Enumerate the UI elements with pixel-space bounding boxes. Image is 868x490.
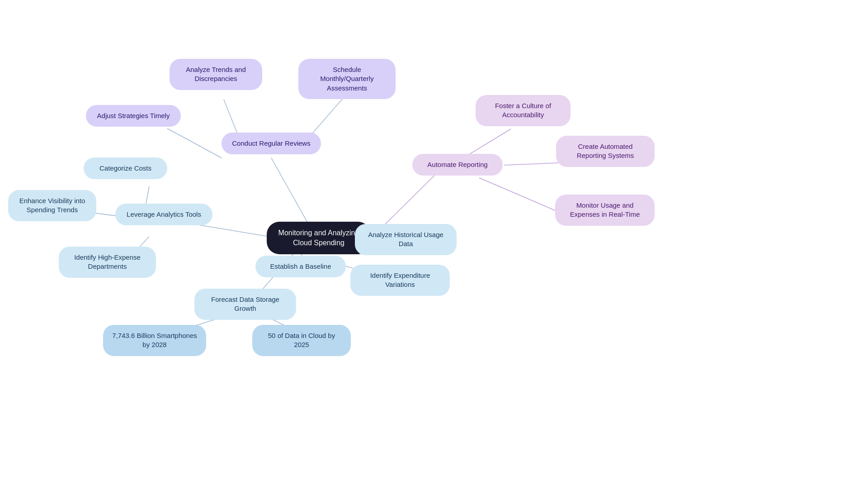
create-automated-node: Create Automated Reporting Systems bbox=[556, 136, 655, 167]
establish-baseline-node: Establish a Baseline bbox=[255, 256, 346, 277]
analyze-trends-node: Analyze Trends and Discrepancies bbox=[170, 59, 262, 90]
adjust-strategies-node: Adjust Strategies Timely bbox=[86, 105, 181, 127]
svg-line-3 bbox=[167, 128, 222, 158]
schedule-assessments-node: Schedule Monthly/Quarterly Assessments bbox=[298, 59, 396, 99]
svg-line-17 bbox=[479, 178, 556, 211]
identify-expenditure-node: Identify Expenditure Variations bbox=[350, 265, 450, 296]
cloud-data-node: 50 of Data in Cloud by 2025 bbox=[252, 325, 351, 356]
categorize-costs-node: Categorize Costs bbox=[84, 157, 167, 179]
forecast-storage-node: Forecast Data Storage Growth bbox=[194, 289, 296, 320]
monitor-usage-node: Monitor Usage and Expenses in Real-Time bbox=[555, 195, 655, 226]
automate-reporting-node: Automate Reporting bbox=[412, 154, 503, 176]
leverage-analytics-node: Leverage Analytics Tools bbox=[115, 204, 212, 225]
identify-high-expense-node: Identify High-Expense Departments bbox=[59, 247, 156, 278]
svg-line-16 bbox=[504, 163, 558, 165]
foster-culture-node: Foster a Culture of Accountability bbox=[476, 95, 571, 126]
enhance-visibility-node: Enhance Visibility into Spending Trends bbox=[8, 190, 96, 221]
smartphones-node: 7,743.6 Billion Smartphones by 2028 bbox=[103, 325, 206, 356]
conduct-regular-reviews-node: Conduct Regular Reviews bbox=[222, 133, 321, 154]
analyze-historical-node: Analyze Historical Usage Data bbox=[355, 224, 457, 255]
